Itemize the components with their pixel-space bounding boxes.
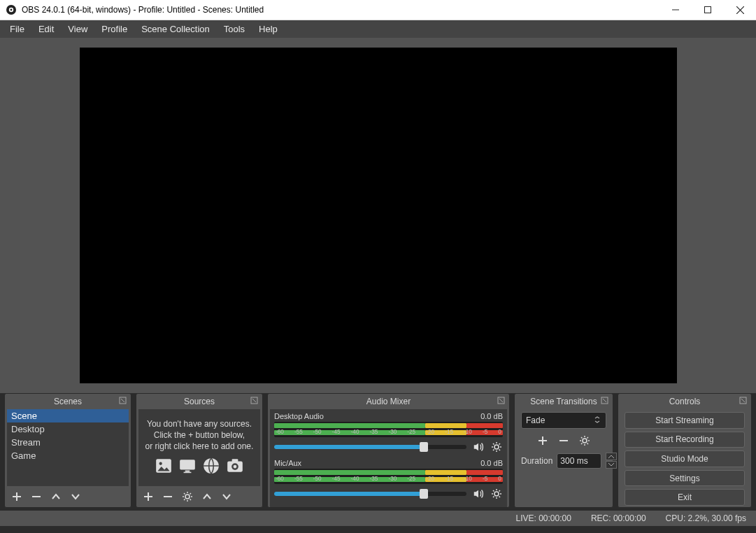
settings-button[interactable]: Settings <box>625 470 745 487</box>
channel-settings-button[interactable] <box>490 441 503 453</box>
scenes-add-button[interactable] <box>10 490 23 503</box>
mixer-channel: Desktop Audio 0.0 dB -60-55-50-4 <box>274 412 503 453</box>
volume-slider[interactable] <box>274 492 466 496</box>
svg-point-2 <box>10 9 13 11</box>
sources-msg-line: Click the + button below, <box>154 430 245 440</box>
scene-item[interactable]: Scene <box>7 409 129 422</box>
mixer-channel: Mic/Aux 0.0 dB -60-55-50-45-40-3 <box>274 459 503 500</box>
transitions-title: Scene Transitions <box>530 397 597 406</box>
image-source-icon <box>155 457 173 477</box>
sources-panel: Sources You don't have any sources. Clic… <box>136 393 263 508</box>
duration-input[interactable] <box>557 453 601 469</box>
scene-item[interactable]: Stream <box>7 436 129 449</box>
chevron-updown-icon <box>593 415 601 426</box>
display-source-icon <box>178 457 197 477</box>
svg-point-19 <box>185 495 190 499</box>
mixer-title: Audio Mixer <box>366 397 411 406</box>
status-cpu: CPU: 2.2%, 30.00 fps <box>666 513 746 523</box>
svg-rect-16 <box>232 459 238 462</box>
sources-msg-line: You don't have any sources. <box>147 419 252 429</box>
window-maximize-button[interactable] <box>692 0 724 20</box>
window-close-button[interactable] <box>724 0 756 20</box>
mixer-popout-icon[interactable] <box>497 397 505 406</box>
sources-move-up-button[interactable] <box>201 490 213 503</box>
exit-button[interactable]: Exit <box>625 489 745 506</box>
status-live: LIVE: 00:00:00 <box>515 513 571 523</box>
camera-source-icon <box>226 457 244 477</box>
transition-add-button[interactable] <box>536 434 549 447</box>
status-rec: REC: 00:00:00 <box>591 513 646 523</box>
scenes-remove-button[interactable] <box>30 490 43 503</box>
audio-meter: -60-55-50-45-40-35-30-25-20-15-10-50 <box>274 469 503 484</box>
sources-empty-message[interactable]: You don't have any sources. Click the + … <box>138 409 260 486</box>
menu-edit[interactable]: Edit <box>31 22 61 36</box>
channel-level: 0.0 dB <box>480 459 503 467</box>
scenes-move-up-button[interactable] <box>50 490 62 503</box>
svg-point-24 <box>583 439 587 443</box>
sources-move-down-button[interactable] <box>220 490 233 503</box>
window-minimize-button[interactable] <box>659 0 692 20</box>
svg-rect-12 <box>185 470 190 471</box>
menu-tools[interactable]: Tools <box>217 22 252 36</box>
menu-help[interactable]: Help <box>252 22 285 36</box>
preview-canvas[interactable] <box>80 48 677 383</box>
scenes-popout-icon[interactable] <box>119 397 127 406</box>
audio-meter: -60-55-50-45-40-35-30-25-20-15-10-50 <box>274 422 503 437</box>
channel-level: 0.0 dB <box>480 412 503 420</box>
sources-popout-icon[interactable] <box>250 397 258 406</box>
svg-rect-13 <box>184 471 192 473</box>
channel-settings-button[interactable] <box>490 488 503 500</box>
window-titlebar: OBS 24.0.1 (64-bit, windows) - Profile: … <box>0 0 756 20</box>
controls-title: Controls <box>669 397 701 406</box>
sources-msg-line: or right click here to add one. <box>145 441 254 451</box>
menu-profile[interactable]: Profile <box>94 22 134 36</box>
scene-item[interactable]: Desktop <box>7 422 129 436</box>
speaker-icon[interactable] <box>472 441 485 453</box>
sources-properties-button[interactable] <box>181 490 194 503</box>
transition-remove-button[interactable] <box>557 434 570 447</box>
menu-file[interactable]: File <box>3 22 31 36</box>
transition-select[interactable]: Fade <box>521 412 606 429</box>
svg-point-10 <box>159 462 162 464</box>
sources-remove-button[interactable] <box>162 490 174 503</box>
channel-name: Desktop Audio <box>274 412 324 420</box>
window-title: OBS 24.0.1 (64-bit, windows) - Profile: … <box>22 5 264 15</box>
scenes-panel: Scenes Scene Desktop Stream Game <box>4 393 131 508</box>
svg-point-22 <box>494 492 499 496</box>
scene-item[interactable]: Game <box>7 449 129 462</box>
transitions-popout-icon[interactable] <box>601 397 608 406</box>
menu-scene-collection[interactable]: Scene Collection <box>134 22 217 36</box>
duration-spinner[interactable] <box>606 453 617 469</box>
sources-add-button[interactable] <box>142 490 155 503</box>
audio-mixer-panel: Audio Mixer Desktop Audio 0.0 dB <box>267 393 510 508</box>
start-streaming-button[interactable]: Start Streaming <box>625 412 745 429</box>
scenes-move-down-button[interactable] <box>69 490 82 503</box>
start-recording-button[interactable]: Start Recording <box>625 432 745 448</box>
transitions-panel: Scene Transitions Fade Duration <box>514 393 613 508</box>
svg-rect-4 <box>705 7 711 13</box>
duration-label: Duration <box>521 456 552 466</box>
sources-title: Sources <box>184 397 215 406</box>
svg-point-18 <box>234 464 237 468</box>
status-bar: LIVE: 00:00:00 REC: 00:00:00 CPU: 2.2%, … <box>0 511 756 526</box>
controls-popout-icon[interactable] <box>739 397 747 406</box>
browser-source-icon <box>202 457 220 477</box>
svg-point-21 <box>494 445 499 449</box>
menubar: File Edit View Profile Scene Collection … <box>0 20 756 38</box>
transition-properties-button[interactable] <box>578 434 591 447</box>
preview-area <box>0 38 756 393</box>
svg-rect-11 <box>180 460 195 469</box>
app-icon <box>6 4 17 15</box>
scenes-title: Scenes <box>54 397 82 406</box>
channel-name: Mic/Aux <box>274 459 301 467</box>
scene-list[interactable]: Scene Desktop Stream Game <box>7 409 129 486</box>
menu-view[interactable]: View <box>61 22 94 36</box>
chevron-up-icon[interactable] <box>606 453 617 460</box>
studio-mode-button[interactable]: Studio Mode <box>625 450 745 467</box>
speaker-icon[interactable] <box>472 488 485 500</box>
chevron-down-icon[interactable] <box>606 461 617 469</box>
transition-current: Fade <box>526 415 545 425</box>
volume-slider[interactable] <box>274 445 466 449</box>
controls-panel: Controls Start Streaming Start Recording… <box>618 393 752 508</box>
